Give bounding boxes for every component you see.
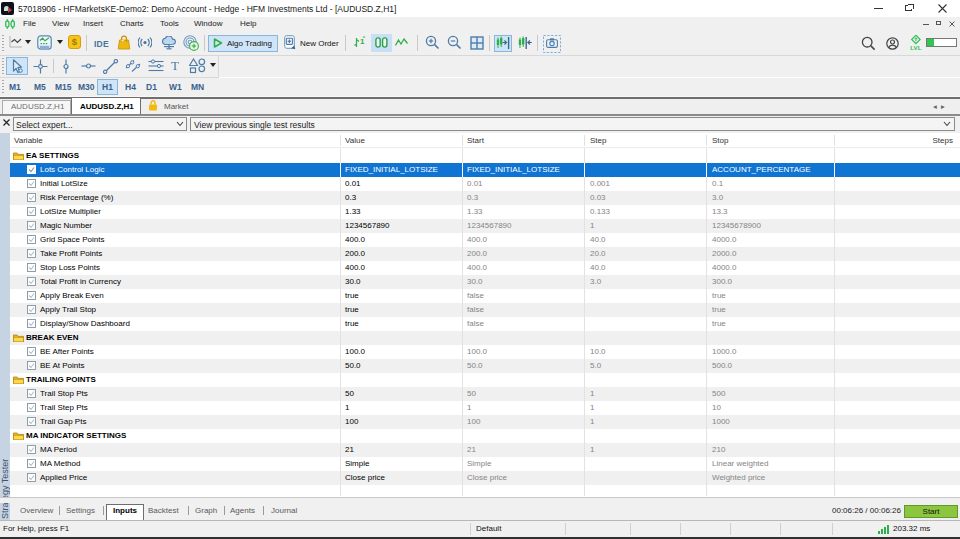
svg-text:1: 1 bbox=[360, 37, 365, 46]
svg-text:$: $ bbox=[71, 36, 77, 47]
svg-text:LVL: LVL bbox=[910, 44, 921, 51]
